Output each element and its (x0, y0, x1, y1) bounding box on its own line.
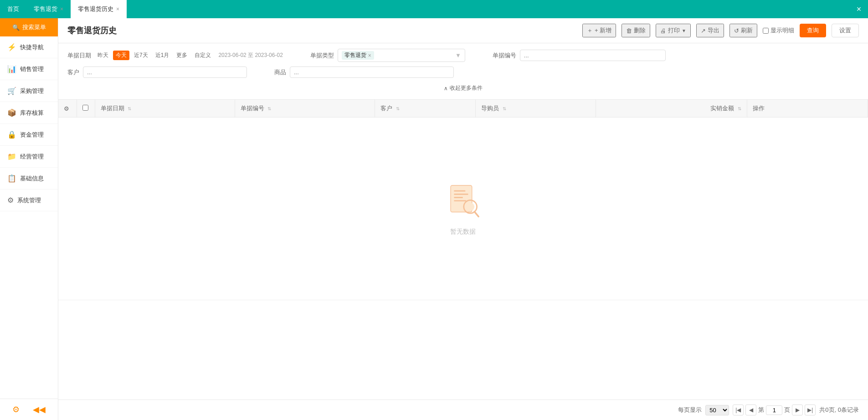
customer-filter: 客户 (67, 67, 247, 78)
tab-close-retail-return[interactable]: × (60, 6, 63, 12)
tab-close-retail-return-history[interactable]: × (116, 6, 119, 12)
first-page-button[interactable]: |◀ (733, 405, 744, 415)
filter-row-1: 单据日期 昨天 今天 近7天 近1月 更多 自定义 2023-06-02 至 2… (67, 49, 859, 62)
svg-point-6 (466, 203, 474, 211)
sidebar-label-basic-info: 基础信息 (20, 174, 44, 183)
doc-no-filter: 单据编号 (493, 50, 666, 61)
sort-customer-icon: ⇅ (396, 106, 400, 111)
tab-home[interactable]: 首页 (0, 0, 26, 18)
export-button[interactable]: ↗ 导出 (696, 24, 724, 37)
sidebar-bottom: ⚙ ◀◀ (0, 399, 58, 420)
date-btn-last1m[interactable]: 近1月 (153, 51, 172, 60)
date-btn-yesterday[interactable]: 昨天 (95, 51, 111, 60)
page-unit: 页 (784, 406, 790, 414)
delete-icon: 🗑 (626, 27, 632, 34)
sidebar-label-sales-mgmt: 销售管理 (20, 65, 44, 73)
th-checkbox[interactable] (77, 100, 95, 118)
display-toggle[interactable]: 显示明细 (763, 26, 794, 35)
date-btn-last7[interactable]: 近7天 (131, 51, 151, 60)
empty-illustration (442, 181, 483, 222)
toolbar: ＋ + 新增 🗑 删除 🖨 打印 ▼ ↗ 导出 ↺ (582, 24, 859, 37)
doc-type-chevron: ▼ (455, 52, 461, 59)
filter-row-2: 客户 商品 (67, 67, 859, 78)
filter-collapse-row: ∧ 收起更多条件 (67, 82, 859, 94)
sidebar-item-inventory[interactable]: 📦库存核算 (0, 102, 58, 124)
date-btn-today[interactable]: 今天 (113, 51, 129, 60)
per-page-select[interactable]: 50 20 100 (705, 405, 729, 415)
doc-type-tag-close[interactable]: × (368, 52, 371, 59)
th-guide[interactable]: 导购员 ⇅ (475, 100, 596, 118)
page-nav: |◀ ◀ 第 页 ▶ ▶| (733, 405, 816, 415)
new-icon: ＋ (587, 26, 593, 35)
goods-input[interactable] (290, 67, 454, 78)
th-settings[interactable]: ⚙ (58, 100, 77, 118)
date-btn-custom[interactable]: 自定义 (192, 51, 214, 60)
query-button[interactable]: 查询 (800, 24, 826, 37)
doc-no-input[interactable] (520, 50, 666, 61)
date-range-display: 2023-06-02 至 2023-06-02 (218, 51, 282, 59)
sidebar-item-finance[interactable]: 🔒资金管理 (0, 124, 58, 146)
tab-retail-return-history[interactable]: 零售退货历史× (71, 0, 127, 18)
th-amount[interactable]: 实销金额 ⇅ (596, 100, 747, 118)
sidebar-item-quick-nav[interactable]: ⚡快捷导航 (0, 36, 58, 58)
svg-rect-1 (454, 190, 465, 192)
sidebar-item-system-mgmt[interactable]: ⚙系统管理 (0, 190, 58, 211)
doc-type-filter: 单据类型 零售退货 × ▼ (310, 49, 465, 62)
sound-icon[interactable]: ◀◀ (33, 405, 46, 415)
sidebar-label-finance: 资金管理 (20, 131, 44, 139)
refresh-button[interactable]: ↺ 刷新 (729, 24, 757, 37)
tab-list: 首页零售退货×零售退货历史× (0, 0, 850, 18)
th-customer[interactable]: 客户 ⇅ (375, 100, 475, 118)
sidebar-item-operations[interactable]: 📁经营管理 (0, 146, 58, 168)
collapse-button[interactable]: ∧ 收起更多条件 (438, 82, 488, 94)
settings-button[interactable]: 设置 (832, 24, 859, 37)
customer-input[interactable] (83, 67, 247, 78)
sidebar-label-system-mgmt: 系统管理 (17, 196, 41, 205)
svg-line-7 (474, 212, 478, 217)
tab-retail-return[interactable]: 零售退货× (26, 0, 71, 18)
sidebar-label-purchase-mgmt: 采购管理 (20, 87, 44, 95)
date-filter: 单据日期 昨天 今天 近7天 近1月 更多 自定义 2023-06-02 至 2… (67, 51, 283, 60)
date-btn-more[interactable]: 更多 (174, 51, 190, 60)
sidebar-label-operations: 经营管理 (20, 153, 44, 161)
th-action-label: 操作 (753, 105, 765, 112)
delete-button[interactable]: 🗑 删除 (621, 24, 650, 37)
svg-rect-3 (454, 197, 463, 198)
doc-type-select[interactable]: 零售退货 × ▼ (338, 49, 465, 62)
prev-page-button[interactable]: ◀ (745, 405, 756, 415)
th-action: 操作 (747, 100, 868, 118)
table-header: ⚙ 单据日期 ⇅ 单据编号 ⇅ 客户 ⇅ (58, 100, 868, 118)
sidebar-icon-finance: 🔒 (7, 130, 16, 139)
page-number-input[interactable] (766, 405, 782, 415)
display-toggle-checkbox[interactable] (763, 28, 769, 34)
sidebar-item-basic-info[interactable]: 📋基础信息 (0, 168, 58, 190)
pagination-bar: 每页显示 50 20 100 |◀ ◀ 第 页 ▶ ▶| 共0页, 0条记录 (58, 400, 868, 420)
th-date[interactable]: 单据日期 ⇅ (95, 100, 235, 118)
th-docno[interactable]: 单据编号 ⇅ (235, 100, 375, 118)
customer-label: 客户 (67, 68, 79, 77)
print-button[interactable]: 🖨 打印 ▼ (656, 24, 691, 37)
doc-type-label: 单据类型 (310, 51, 334, 60)
page-header: 零售退货历史 ＋ + 新增 🗑 删除 🖨 打印 ▼ ↗ 导出 (58, 18, 868, 43)
last-page-button[interactable]: ▶| (805, 405, 816, 415)
sidebar-search-button[interactable]: 🔍 搜索菜单 (0, 18, 58, 36)
sidebar-icon-quick-nav: ⚡ (7, 43, 16, 51)
sidebar-item-sales-mgmt[interactable]: 📊销售管理 (0, 58, 58, 80)
svg-rect-2 (454, 194, 468, 195)
th-guide-label: 导购员 (481, 105, 499, 112)
table-container: ⚙ 单据日期 ⇅ 单据编号 ⇅ 客户 ⇅ (58, 100, 868, 400)
sidebar-item-purchase-mgmt[interactable]: 🛒采购管理 (0, 80, 58, 102)
sidebar-icon-operations: 📁 (7, 152, 16, 161)
window-close-button[interactable]: × (850, 0, 868, 18)
empty-state-cell: 暂无数据 (58, 118, 868, 300)
page-title: 零售退货历史 (67, 25, 117, 36)
sidebar-icon-system-mgmt: ⚙ (7, 196, 14, 205)
next-page-button[interactable]: ▶ (792, 405, 803, 415)
settings-icon[interactable]: ⚙ (12, 405, 20, 415)
select-all-checkbox[interactable] (82, 105, 88, 111)
sort-docno-icon: ⇅ (267, 106, 271, 111)
new-button[interactable]: ＋ + 新增 (582, 24, 616, 37)
print-dropdown-icon: ▼ (682, 28, 686, 33)
sidebar-icon-inventory: 📦 (7, 108, 16, 117)
doc-type-tags: 零售退货 × (342, 51, 374, 60)
